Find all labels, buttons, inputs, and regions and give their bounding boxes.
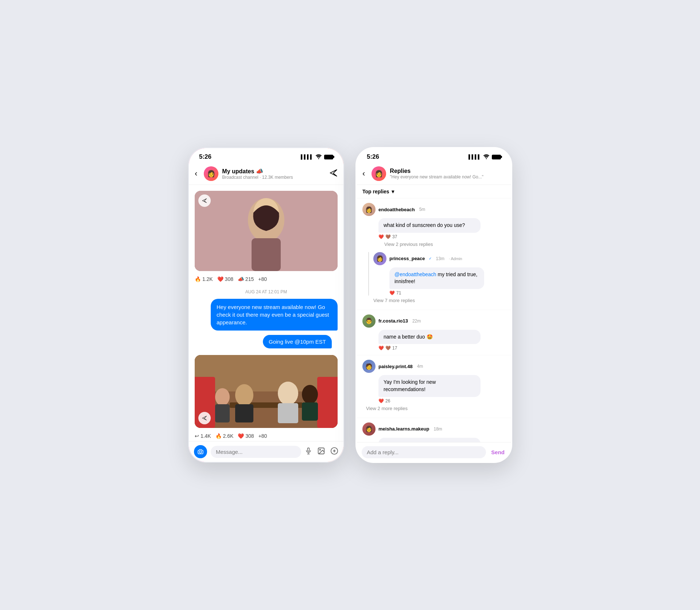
fr-heart-emoji: ❤️ [378,345,384,351]
replies-area[interactable]: Top replies ▾ 👩 endoatthebeach 5m what k… [357,185,511,442]
svg-rect-21 [302,402,318,421]
replies-back-button[interactable]: ‹ [362,167,368,180]
reactions-row-2: ↩ 1.4K 🔥 2.6K ❤️ 308 +80 [189,430,343,441]
admin-heart-emoji: ❤️ [389,290,395,296]
verified-badge: ✓ [429,256,432,260]
top-replies-toggle[interactable]: Top replies ▾ [357,185,511,198]
reply-avatar-endo: 👩 [362,203,376,216]
reply-username-endo: endoatthebeach [378,207,415,212]
reply-username-paisley: paisley.print.48 [378,364,413,369]
send-button[interactable]: Send [490,449,506,455]
forward-button-2[interactable] [198,412,211,424]
admin-time: 13m [436,256,444,261]
svg-marker-4 [202,198,207,203]
paisley-heart-emoji: ❤️ [378,398,384,404]
second-image-post [195,355,338,428]
camera-button[interactable] [194,445,207,458]
left-status-bar: 5:26 ▌▌▌▌ [189,148,343,163]
channel-avatar: 👩 [204,166,218,181]
reactions-row-1: 🔥 1.2K ❤️ 308 📣 215 +80 [189,273,343,285]
send-action-icon[interactable] [330,169,338,179]
svg-rect-17 [235,404,253,422]
reply-bubble-endo: what kind of sunscreen do you use? [378,218,481,233]
left-input-bar [189,441,343,462]
channel-subtitle: Broadcast channel · 12.3K members [222,175,326,180]
right-status-time: 5:26 [367,153,379,161]
reply-time-fr: 22m [412,318,421,324]
brown-heart-emoji: 🤎 [385,234,391,239]
svg-point-18 [278,382,298,405]
admin-username: princess_peace [389,256,425,261]
reply-time-endo: 5m [419,207,425,212]
reply-bubble-paisley: Yay I'm looking for new recommendations! [378,375,481,397]
left-chat-area[interactable]: 🔥 1.2K ❤️ 308 📣 215 +80 AUG 24 AT 12:01 … [189,185,343,441]
replies-channel-avatar: 👩 [372,166,386,181]
reply-block-fr: 👨 fr.costa.rio13 22m name a better duo 🤩… [357,310,511,356]
reply-time-paisley: 4m [417,364,423,369]
reply-avatar-princess: 👩 [373,252,386,265]
view-more-replies-endo[interactable]: View 7 more replies [362,296,505,305]
heart-emoji: ❤️ [378,234,384,239]
phones-container: 5:26 ▌▌▌▌ ‹ 👩 [188,147,512,463]
replies-header: ‹ 👩 Replies "Hey everyone new stream ava… [357,163,511,185]
chevron-down-icon: ▾ [392,189,394,194]
svg-point-22 [215,388,230,406]
replies-title: Replies [390,168,505,174]
reply-reaction: ↩ 1.4K [195,433,211,439]
svg-rect-14 [317,377,338,428]
mic-icon[interactable] [305,447,312,456]
reply-reactions-endo: ❤️ 🤎 37 [378,234,505,239]
message-bubble-1: Hey everyone new stream available now! G… [211,299,338,331]
message-bubble-2: Going live @10pm EST [263,335,332,348]
mention-endo: @endoatthebeach [394,271,436,277]
svg-marker-9 [202,416,207,420]
reply-avatar-paisley: 🧑 [362,360,376,373]
forward-button-1[interactable] [198,194,211,207]
reply-reactions-paisley: ❤️ 26 [378,398,505,404]
date-divider: AUG 24 AT 12:01 PM [189,285,343,297]
svg-point-29 [319,449,320,450]
reply-bubble-fr: name a better duo 🤩 [378,330,481,344]
reply-user-row-paisley: 🧑 paisley.print.48 4m [362,360,505,373]
battery-icon [324,155,333,159]
fr-reaction-count: 17 [392,345,397,351]
admin-reaction-count: 71 [396,290,401,296]
right-battery-icon [492,155,501,159]
svg-text:👩: 👩 [375,170,383,178]
message-input[interactable] [211,446,301,458]
admin-reply-bubble: @endoatthebeach my tried and true, innis… [389,267,484,289]
reply-avatar-meisha: 👩 [362,422,376,436]
admin-user-row: 👩 princess_peace ✓ 13m · Admin [373,252,505,265]
replies-info: Replies "Hey everyone new stream availab… [390,168,505,179]
left-status-time: 5:26 [199,153,211,161]
svg-text:👩: 👩 [207,170,215,178]
back-button[interactable]: ‹ [195,167,200,180]
add-icon[interactable] [330,447,338,457]
svg-rect-19 [278,403,298,423]
reply-input[interactable] [362,446,486,458]
channel-info: My updates 📣 Broadcast channel · 12.3K m… [222,168,326,180]
first-image [195,191,338,271]
reply-block-meisha: 👩 meisha.learns.makeup 18m rip to my wal… [357,418,511,442]
reply-user-row-fr: 👨 fr.costa.rio13 22m [362,314,505,328]
svg-point-0 [318,158,319,159]
view-previous-replies[interactable]: View 2 previous replies [362,239,505,249]
view-more-replies-paisley[interactable]: View 2 more replies [362,404,505,413]
right-wifi-icon [483,154,490,160]
reply-block-paisley: 🧑 paisley.print.48 4m Yay I'm looking fo… [357,355,511,418]
wifi-icon [315,154,322,160]
svg-marker-3 [330,169,337,176]
reply-avatar-fr: 👨 [362,314,376,328]
svg-point-16 [235,384,253,406]
gallery-icon[interactable] [317,447,325,457]
fr-brown-heart-emoji: 🤎 [385,345,391,351]
first-image-post [195,191,338,271]
svg-point-20 [302,385,318,404]
reply-block-endo: 👩 endoatthebeach 5m what kind of sunscre… [357,198,511,310]
fire-reaction-2: 🔥 2.6K [215,433,234,439]
signal-icon: ▌▌▌▌ [301,154,313,159]
right-signal-icon: ▌▌▌▌ [468,154,481,159]
heart-reaction-2: ❤️ 308 [238,433,254,439]
paisley-reaction-count: 26 [385,398,390,404]
right-status-bar: 5:26 ▌▌▌▌ [357,148,511,163]
